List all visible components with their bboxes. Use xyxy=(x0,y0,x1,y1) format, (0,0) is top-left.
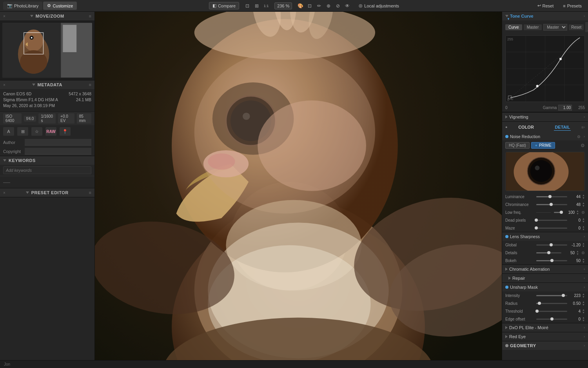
metadata-close[interactable]: × xyxy=(3,83,5,87)
grid-icon[interactable]: ⊞ xyxy=(17,127,28,136)
threshold-slider[interactable] xyxy=(536,311,567,312)
main-layout: × MOVE/ZOOM ≡ xyxy=(0,12,588,360)
text-format-icon[interactable]: A xyxy=(3,127,14,136)
preset-editor-menu[interactable]: ≡ xyxy=(89,190,91,195)
metadata-header[interactable]: × METADATA ≡ xyxy=(0,80,94,89)
noise-reduction-header[interactable]: Noise Reduction ⚙ › xyxy=(502,133,588,140)
maze-thumb xyxy=(535,226,538,230)
dxo-moire-title: DxO PL Elite - Moiré xyxy=(509,325,548,330)
detail-tab[interactable]: DETAIL xyxy=(554,124,571,131)
geometry-header[interactable]: GEOMETRY › xyxy=(502,341,588,350)
reset-button[interactable]: ↩ Reset xyxy=(534,2,557,9)
bokeh-slider[interactable] xyxy=(536,260,567,261)
frame-icon[interactable]: ⊡ xyxy=(244,2,251,9)
red-eye-title: Red Eye xyxy=(509,334,526,339)
keyword-input[interactable] xyxy=(3,166,91,174)
zoom-control[interactable]: 236 % xyxy=(274,2,292,9)
local-adjustments-button[interactable]: ◎ Local adjustments xyxy=(356,2,402,9)
customize-tab[interactable]: ⚙ Customize xyxy=(43,2,77,10)
low-freq-slider[interactable] xyxy=(554,212,561,213)
luminance-slider[interactable] xyxy=(536,196,567,197)
maze-slider[interactable] xyxy=(536,228,567,229)
expand-icon[interactable]: ⊞ xyxy=(253,2,260,9)
threshold-arrows[interactable]: ▲ ▼ xyxy=(582,308,585,314)
center-image-area xyxy=(95,12,502,360)
preset-editor-title: PRESET EDITOR xyxy=(31,190,69,195)
edge-offset-slider[interactable] xyxy=(536,319,567,320)
nr-preview-svg xyxy=(506,152,584,191)
preset-editor-close[interactable]: × xyxy=(3,191,5,195)
low-freq-label: Low freq. xyxy=(505,210,535,215)
eye-icon[interactable]: 👁 xyxy=(344,2,351,9)
luminance-arrows[interactable]: ▲ ▼ xyxy=(582,194,585,199)
preset-editor-header[interactable]: × PRESET EDITOR ≡ xyxy=(0,188,94,197)
hq-fast-button[interactable]: HQ (Fast) xyxy=(505,142,530,149)
lens-sharpness-header[interactable]: Lens Sharpness › xyxy=(502,232,588,241)
move-zoom-close[interactable]: × xyxy=(3,14,5,18)
threshold-value: 4 xyxy=(569,309,581,313)
metadata-menu[interactable]: ≡ xyxy=(89,82,91,87)
move-zoom-header[interactable]: × MOVE/ZOOM ≡ xyxy=(0,12,94,20)
chrominance-slider[interactable] xyxy=(536,204,567,205)
ratio-icon[interactable]: 1:1 xyxy=(263,2,270,9)
presets-button[interactable]: ≡ Presets xyxy=(560,3,585,9)
unsharp-mask-title: Unsharp Mask xyxy=(510,285,538,290)
intensity-label: Intensity xyxy=(505,293,535,298)
edge-offset-arrows[interactable]: ▲ ▼ xyxy=(582,316,585,322)
maze-arrows[interactable]: ▲ ▼ xyxy=(582,225,585,231)
global-arrows[interactable]: ▲ ▼ xyxy=(582,242,585,248)
star-rating-icon[interactable]: ☆ xyxy=(31,127,42,136)
location-icon[interactable]: 📍 xyxy=(60,127,71,136)
prime-button[interactable]: ✦ PRIME xyxy=(531,142,555,149)
tone-curve-svg xyxy=(506,36,584,102)
red-eye-header[interactable]: Red Eye › xyxy=(502,332,588,341)
dxo-moire-header[interactable]: DxO PL Elite - Moiré › xyxy=(502,323,588,332)
details-arrows[interactable]: ▲ ▼ xyxy=(576,250,579,255)
dead-pixels-arrows[interactable]: ▲ ▼ xyxy=(582,217,585,223)
copyright-input[interactable] xyxy=(25,148,91,155)
intensity-arrows[interactable]: ▲ ▼ xyxy=(582,293,585,298)
clone-tool-icon[interactable]: ⊕ xyxy=(325,2,332,9)
move-zoom-menu[interactable]: ≡ xyxy=(89,14,91,18)
retouch-tool-icon[interactable]: ✏ xyxy=(316,2,323,9)
preset-editor-section: × PRESET EDITOR ≡ xyxy=(0,188,94,197)
raw-badge[interactable]: RAW xyxy=(45,127,56,136)
repair-header[interactable]: Repair › xyxy=(502,273,588,282)
author-input[interactable] xyxy=(25,139,91,146)
keywords-header[interactable]: Keywords xyxy=(0,156,94,165)
photo-library-tab[interactable]: 📷 PhotoLibrary xyxy=(3,2,42,10)
low-freq-settings[interactable]: ⚙ xyxy=(581,210,585,215)
detail-arrow[interactable]: › xyxy=(584,125,585,129)
low-freq-arrows[interactable]: ▲ ▼ xyxy=(576,210,579,215)
master-tab[interactable]: Master xyxy=(524,24,542,30)
color-tab[interactable]: COLOR xyxy=(509,124,543,130)
meta-dimensions: 5472 x 3648 xyxy=(69,91,91,96)
global-slider[interactable] xyxy=(536,244,567,246)
curve-reset-all-button[interactable]: Reset All xyxy=(585,22,588,32)
vignetting-header[interactable]: Vignetting › xyxy=(502,112,588,121)
crop-tool-icon[interactable]: ⊡ xyxy=(306,2,313,9)
unsharp-mask-header[interactable]: Unsharp Mask › xyxy=(502,282,588,291)
details-slider[interactable] xyxy=(536,252,561,253)
unsharp-mask-arrow: › xyxy=(584,285,585,289)
reset-icon: ↩ xyxy=(537,3,541,8)
straighten-icon[interactable]: ⊘ xyxy=(334,2,341,9)
vignetting-arrow: › xyxy=(584,115,585,119)
intensity-slider[interactable] xyxy=(536,295,567,296)
noise-reduction-settings-icon[interactable]: ⚙ xyxy=(577,135,581,139)
nr-settings-icon[interactable]: ⚙ xyxy=(581,143,585,148)
radius-arrows[interactable]: ▲ ▼ xyxy=(582,301,585,306)
tone-curve-header[interactable]: ▼ Tone Curve › xyxy=(502,12,588,20)
chrominance-arrows[interactable]: ▲ ▼ xyxy=(582,202,585,207)
compare-button[interactable]: ◧ Compare xyxy=(209,2,239,9)
details-settings[interactable]: ⚙ xyxy=(581,251,585,255)
chromatic-aberration-header[interactable]: Chromatic Aberration › xyxy=(502,264,588,273)
bokeh-arrows[interactable]: ▲ ▼ xyxy=(582,258,585,263)
radius-slider[interactable] xyxy=(536,303,567,304)
master-select[interactable]: Master xyxy=(543,24,567,31)
color-tool-icon[interactable]: 🎨 xyxy=(297,2,304,9)
gamma-input[interactable] xyxy=(558,105,572,111)
curve-reset-button[interactable]: Reset xyxy=(569,24,584,30)
curve-tab[interactable]: Curve xyxy=(505,24,522,30)
dead-pixels-slider[interactable] xyxy=(536,220,567,221)
